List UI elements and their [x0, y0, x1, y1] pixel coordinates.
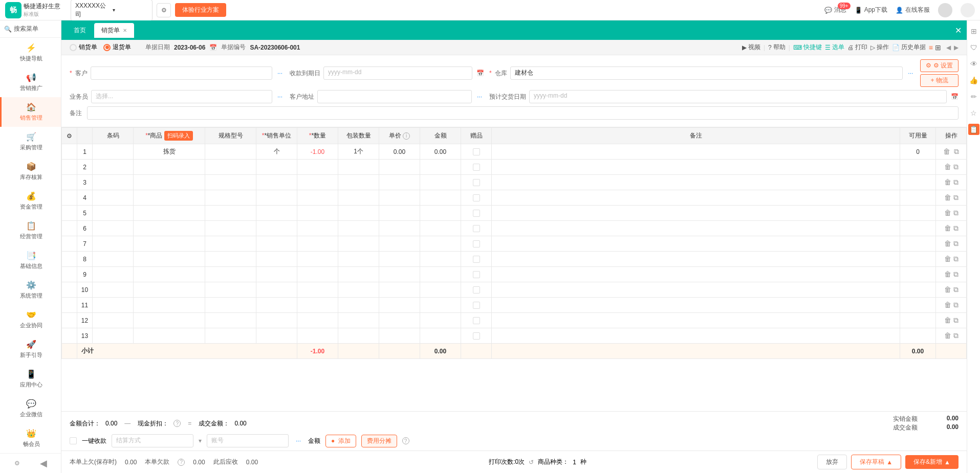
- radio-sales[interactable]: 销货单: [70, 43, 97, 52]
- delete-row-icon[interactable]: 🗑: [944, 193, 951, 201]
- delivery-date-calendar-icon[interactable]: 📅: [951, 93, 959, 100]
- save-new-button[interactable]: 保存&新增 ▲: [905, 455, 959, 469]
- nav-next-icon[interactable]: ▶: [954, 44, 959, 51]
- scan-barcode-button[interactable]: 扫码录入: [164, 131, 193, 141]
- shortcut-btn[interactable]: ⌨ 快捷键: [793, 43, 822, 52]
- delete-row-icon[interactable]: 🗑: [944, 163, 951, 171]
- copy-row-icon[interactable]: ⧉: [953, 331, 959, 340]
- copy-row-icon[interactable]: ⧉: [954, 147, 959, 155]
- sidebar-item-inventory[interactable]: 📦 库存核算: [0, 156, 61, 186]
- draft-dropdown-icon[interactable]: ▲: [886, 459, 892, 466]
- cell-spec[interactable]: [205, 144, 256, 160]
- account-input[interactable]: 账号: [207, 434, 289, 447]
- sidebar-item-marketing[interactable]: 📢 营销推广: [0, 67, 61, 97]
- search-menu-button[interactable]: 🔍 搜索菜单: [0, 20, 61, 38]
- rp-thumb-icon[interactable]: 👍: [968, 75, 979, 86]
- payment-date-calendar-icon[interactable]: 📅: [476, 70, 484, 77]
- settlement-method-input[interactable]: 结算方式: [112, 434, 193, 447]
- add-button[interactable]: ● 添加: [325, 435, 356, 447]
- sidebar-item-basic[interactable]: 📑 基础信息: [0, 245, 61, 275]
- cell-remark[interactable]: [492, 144, 900, 160]
- dropdown-icon[interactable]: ▾: [199, 437, 202, 444]
- avatar[interactable]: [938, 3, 952, 17]
- refresh-icon[interactable]: ↺: [529, 459, 534, 466]
- settings-icon[interactable]: ⚙: [157, 3, 171, 17]
- copy-row-icon[interactable]: ⧉: [953, 163, 959, 171]
- company-selector[interactable]: XXXXXX公司 ▾: [71, 0, 153, 21]
- rp-eye-icon[interactable]: 👁: [968, 58, 979, 70]
- delete-row-icon[interactable]: 🗑: [944, 316, 951, 324]
- cell-product[interactable]: 拣货: [134, 144, 205, 160]
- expense-info-icon[interactable]: ?: [402, 437, 409, 444]
- discard-button[interactable]: 放弃: [817, 455, 847, 469]
- delete-row-icon[interactable]: 🗑: [944, 178, 951, 186]
- cell-price[interactable]: 0.00: [379, 144, 420, 160]
- delete-row-icon[interactable]: 🗑: [944, 270, 951, 278]
- address-more-icon[interactable]: ···: [475, 93, 484, 100]
- nav-prev-icon[interactable]: ◀: [946, 44, 951, 51]
- delete-row-icon[interactable]: 🗑: [944, 331, 951, 340]
- discount-info-icon[interactable]: ?: [173, 420, 181, 427]
- save-draft-button[interactable]: 保存草稿 ▲: [851, 455, 901, 469]
- sidebar-item-purchase[interactable]: 🛒 采购管理: [0, 127, 61, 156]
- customer-input[interactable]: [91, 66, 272, 80]
- video-btn[interactable]: ▶ 视频: [742, 43, 760, 52]
- sidebar-item-quick-nav[interactable]: ⚡ 快捷导航: [0, 38, 61, 67]
- delete-row-icon[interactable]: 🗑: [943, 147, 950, 155]
- close-tab-icon[interactable]: ✕: [123, 28, 127, 33]
- delete-row-icon[interactable]: 🗑: [944, 255, 951, 263]
- account-more-icon[interactable]: ···: [294, 437, 303, 444]
- help-btn[interactable]: ? 帮助: [768, 43, 786, 52]
- history-btn[interactable]: 📄 历史单据: [892, 43, 926, 52]
- delete-row-icon[interactable]: 🗑: [944, 224, 951, 232]
- cell-amount[interactable]: 0.00: [420, 144, 461, 160]
- remarks-input[interactable]: [87, 106, 959, 120]
- settings-button[interactable]: ⚙ ⚙ 设置: [920, 59, 959, 72]
- cell-pkgqty[interactable]: 1个: [338, 144, 379, 160]
- sidebar-item-enterprise[interactable]: 🤝 企业协同: [0, 305, 61, 334]
- warehouse-more-icon[interactable]: ···: [906, 70, 915, 77]
- copy-row-icon[interactable]: ⧉: [953, 239, 959, 247]
- choose-btn[interactable]: ☰ 选单: [825, 43, 844, 52]
- cell-unit[interactable]: 个: [256, 144, 297, 160]
- salesperson-more-icon[interactable]: ···: [275, 93, 285, 100]
- rp-expand-icon[interactable]: ⊞: [968, 26, 979, 37]
- sidebar-item-finance[interactable]: 💰 资金管理: [0, 186, 61, 216]
- sidebar-item-member[interactable]: 👑 畅会员: [0, 423, 61, 453]
- sidebar-item-operations[interactable]: 📋 经营管理: [0, 216, 61, 245]
- delete-row-icon[interactable]: 🗑: [944, 285, 951, 294]
- sidebar-settings-icon[interactable]: ⚙: [14, 460, 20, 467]
- tab-sales-order[interactable]: 销货单 ✕: [94, 23, 134, 38]
- sidebar-item-system[interactable]: ⚙️ 系统管理: [0, 275, 61, 305]
- sidebar-item-wechat[interactable]: 💬 企业微信: [0, 394, 61, 423]
- rp-bottom-icon[interactable]: 📋: [968, 124, 979, 135]
- cal-icon[interactable]: 📅: [209, 44, 217, 51]
- copy-row-icon[interactable]: ⧉: [953, 209, 959, 217]
- logistics-button[interactable]: + 物流: [920, 74, 959, 87]
- col-header-settings[interactable]: ⚙: [62, 128, 77, 144]
- copy-row-icon[interactable]: ⧉: [953, 255, 959, 263]
- rp-shield-icon[interactable]: 🛡: [968, 42, 979, 53]
- avatar-2[interactable]: [961, 3, 975, 17]
- save-new-dropdown-icon[interactable]: ▲: [944, 459, 950, 466]
- messages-button[interactable]: 💬 消息 99+: [824, 6, 846, 14]
- delete-row-icon[interactable]: 🗑: [944, 239, 951, 247]
- cell-qty[interactable]: -1.00: [297, 144, 338, 160]
- layout-list-icon[interactable]: ≡: [929, 43, 933, 52]
- delete-row-icon[interactable]: 🗑: [944, 301, 951, 309]
- copy-row-icon[interactable]: ⧉: [953, 301, 959, 309]
- delete-row-icon[interactable]: 🗑: [944, 209, 951, 217]
- operate-btn[interactable]: ▷ 操作: [870, 43, 889, 52]
- one-click-pay-checkbox[interactable]: [70, 437, 77, 444]
- sidebar-item-guide[interactable]: 🚀 新手引导: [0, 334, 61, 364]
- rp-edit-icon[interactable]: ✏: [968, 91, 979, 102]
- copy-row-icon[interactable]: ⧉: [953, 224, 959, 232]
- tab-home[interactable]: 首页: [67, 23, 93, 38]
- copy-row-icon[interactable]: ⧉: [953, 270, 959, 278]
- arrears-info-icon[interactable]: ?: [178, 459, 185, 466]
- customer-address-input[interactable]: [317, 90, 472, 103]
- customer-more-icon[interactable]: ···: [275, 70, 285, 77]
- close-window-icon[interactable]: ✕: [955, 26, 962, 35]
- app-download-button[interactable]: 📱 App下载: [855, 6, 887, 14]
- expected-delivery-input[interactable]: yyyy-mm-dd: [529, 90, 947, 103]
